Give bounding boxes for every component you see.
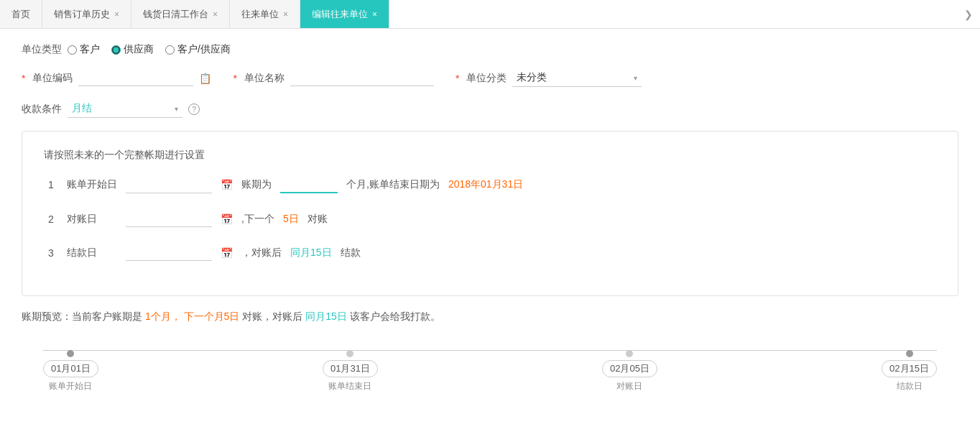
preview-label: 账期预览：当前客户账期是 — [22, 310, 142, 322]
period-highlight-2: 5日 — [283, 213, 299, 226]
radio-both-label: 客户/供应商 — [177, 43, 231, 56]
help-icon[interactable]: ? — [188, 104, 200, 115]
tab-sales-history-close[interactable]: × — [114, 9, 119, 19]
tab-expand-btn[interactable]: ❯ — [957, 0, 980, 28]
unit-type-radios: 客户 供应商 客户/供应商 — [68, 43, 231, 56]
timeline-dot-3 — [906, 350, 913, 357]
period-row-2: 2 对账日 2018-02-05 📅 ,下一个 5日 对账 — [44, 211, 936, 227]
timeline-node-3: 02月15日 结款日 — [882, 350, 937, 392]
period-suffix-pre-3: ，对账后 — [241, 247, 282, 259]
timeline-node-1: 01月31日 账单结束日 — [323, 350, 378, 392]
timeline-badge-3: 02月15日 — [882, 360, 937, 377]
tab-sales-history[interactable]: 销售订单历史 × — [42, 0, 131, 28]
timeline-dot-2 — [626, 350, 633, 357]
unit-category-label: 单位分类 — [466, 72, 507, 85]
period-panel: 请按照未来的一个完整帐期进行设置 1 账单开始日 2018-01-01 📅 账期… — [22, 131, 958, 296]
unit-name-group: * 单位名称 河南供应商22 — [233, 70, 433, 86]
tab-home[interactable]: 首页 — [0, 0, 42, 28]
radio-supplier-label: 供应商 — [124, 43, 154, 56]
tab-sales-history-label: 销售订单历史 — [54, 8, 110, 21]
preview-part5: 该客户会给我打款。 — [350, 310, 440, 322]
payment-terms-value: 月结 — [72, 102, 172, 115]
period-num-1: 1 — [44, 179, 58, 190]
panel-title: 请按照未来的一个完整帐期进行设置 — [44, 149, 936, 162]
payment-terms-label: 收款条件 — [22, 103, 62, 116]
period-row-3: 3 结款日 2018-02-15 📅 ，对账后 同月15日 结款 — [44, 244, 936, 261]
tab-partner-label: 往来单位 — [241, 8, 279, 21]
period-label-1: 账单开始日 — [67, 178, 117, 191]
tab-partner-close[interactable]: × — [283, 9, 288, 19]
copy-icon[interactable]: 📋 — [199, 73, 211, 84]
tab-cashier-label: 钱货日清工作台 — [143, 8, 208, 21]
radio-customer[interactable]: 客户 — [68, 43, 100, 56]
timeline-nodes: 01月01日 账单开始日 01月31日 账单结束日 02月05日 对账日 02月… — [43, 350, 937, 392]
period-num-2: 2 — [44, 213, 58, 225]
radio-both-input[interactable] — [165, 45, 175, 55]
unit-category-value: 未分类 — [517, 71, 631, 84]
period-date-1[interactable]: 2018-01-01 — [126, 177, 212, 193]
timeline-label-2: 对账日 — [616, 380, 642, 392]
period-suffix-pre-1: 账期为 — [241, 178, 272, 191]
tab-edit-partner[interactable]: 编辑往来单位 × — [300, 0, 389, 28]
tab-edit-partner-close[interactable]: × — [372, 9, 377, 19]
preview-part2: 下一个月5日 — [184, 310, 240, 322]
period-suffix-post-1: 个月,账单结束日期为 — [346, 178, 440, 191]
chevron-right-icon: ❯ — [964, 9, 973, 20]
timeline-badge-0: 01月01日 — [43, 360, 98, 377]
radio-customer-input[interactable] — [68, 45, 77, 55]
period-label-2: 对账日 — [67, 213, 117, 226]
tab-cashier-close[interactable]: × — [213, 9, 218, 19]
unit-code-group: * 单位编码 000001 📋 — [22, 70, 211, 86]
preview-part1: 1个月， — [145, 310, 181, 322]
period-months-input[interactable]: 1 — [280, 176, 338, 193]
tab-bar: 首页 销售订单历史 × 钱货日清工作台 × 往来单位 × 编辑往来单位 × ❯ — [0, 0, 980, 29]
timeline-dot-0 — [67, 350, 74, 357]
radio-customer-label: 客户 — [80, 43, 100, 56]
preview-part4: 同月15日 — [305, 310, 347, 322]
chevron-down-icon: ▾ — [634, 74, 637, 82]
period-suffix-pre-2: ,下一个 — [241, 213, 274, 226]
preview-section: 账期预览：当前客户账期是 1个月， 下一个月5日 对账，对账后 同月15日 该客… — [22, 308, 958, 326]
cal-icon-2[interactable]: 📅 — [221, 213, 233, 225]
unit-type-group: 单位类型 客户 供应商 客户/供应商 — [22, 43, 231, 56]
timeline-badge-2: 02月05日 — [602, 360, 657, 377]
payment-terms-row: 收款条件 月结 ▾ ? — [22, 100, 958, 118]
unit-code-label: 单位编码 — [32, 72, 73, 85]
unit-type-label: 单位类型 — [22, 43, 62, 56]
radio-supplier[interactable]: 供应商 — [111, 43, 154, 56]
period-date-3[interactable]: 2018-02-15 — [126, 244, 212, 261]
period-suffix-post-2: 对账 — [308, 213, 328, 226]
timeline-node-0: 01月01日 账单开始日 — [43, 350, 98, 392]
payment-chevron-icon: ▾ — [175, 105, 178, 113]
cal-icon-1[interactable]: 📅 — [221, 179, 233, 190]
timeline-dot-1 — [346, 350, 353, 357]
payment-terms-dropdown[interactable]: 月结 ▾ — [68, 100, 182, 118]
period-num-3: 3 — [44, 247, 58, 259]
unit-category-group: * 单位分类 未分类 ▾ — [456, 69, 642, 87]
payment-terms-group: 收款条件 月结 ▾ ? — [22, 100, 200, 118]
timeline-label-1: 账单结束日 — [328, 380, 371, 392]
unit-name-star: * — [233, 73, 236, 84]
tab-cashier[interactable]: 钱货日清工作台 × — [131, 0, 230, 28]
period-label-3: 结款日 — [67, 247, 117, 259]
timeline-section: 01月01日 账单开始日 01月31日 账单结束日 02月05日 对账日 02月… — [22, 340, 958, 414]
unit-name-label: 单位名称 — [244, 72, 285, 85]
unit-type-row: 单位类型 客户 供应商 客户/供应商 — [22, 43, 958, 56]
cal-icon-3[interactable]: 📅 — [221, 247, 233, 259]
timeline-label-0: 账单开始日 — [49, 380, 92, 392]
tab-edit-partner-label: 编辑往来单位 — [312, 8, 368, 21]
period-date-2[interactable]: 2018-02-05 — [126, 211, 212, 227]
tab-partner[interactable]: 往来单位 × — [230, 0, 300, 28]
unit-name-input[interactable]: 河南供应商22 — [290, 70, 434, 86]
unit-category-select[interactable]: 未分类 ▾ — [512, 69, 642, 87]
radio-supplier-input[interactable] — [111, 45, 121, 55]
unit-code-input[interactable]: 000001 — [78, 70, 193, 86]
timeline-badge-1: 01月31日 — [323, 360, 378, 377]
main-content: 单位类型 客户 供应商 客户/供应商 * 单位编码 00000 — [0, 29, 980, 437]
radio-both[interactable]: 客户/供应商 — [165, 43, 231, 56]
tab-home-label: 首页 — [11, 8, 30, 21]
preview-part3: 对账，对账后 — [242, 310, 302, 322]
timeline-container: 01月01日 账单开始日 01月31日 账单结束日 02月05日 对账日 02月… — [43, 340, 937, 392]
unit-code-star: * — [22, 73, 25, 84]
period-suffix-post-3: 结款 — [341, 247, 361, 259]
